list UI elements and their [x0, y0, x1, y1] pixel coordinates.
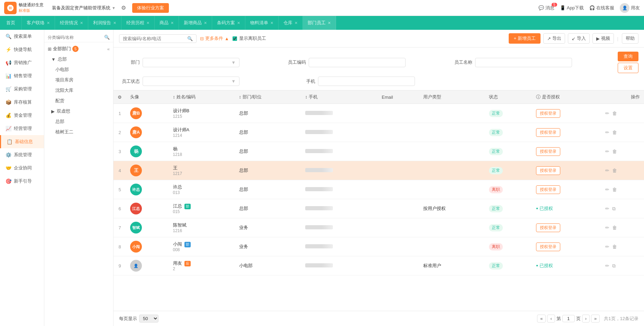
close-icon[interactable]: ✕	[113, 21, 116, 25]
close-icon[interactable]: ✕	[146, 21, 149, 25]
dept-item-general[interactable]: ▼ 总部	[44, 54, 113, 64]
dropdown-arrow[interactable]: ▼	[112, 6, 116, 10]
edit-icon[interactable]: ✏	[605, 187, 609, 192]
edit-icon[interactable]: ✏	[605, 149, 609, 154]
sidebar-item-inventory[interactable]: 📦 库存核算	[0, 96, 44, 109]
edit-icon[interactable]: ✏	[605, 130, 609, 135]
close-icon[interactable]: ✕	[47, 21, 50, 25]
edit-icon[interactable]: ✏	[605, 168, 609, 173]
edit-icon[interactable]: ✏	[605, 244, 609, 249]
close-icon[interactable]: ✕	[328, 21, 331, 25]
auth-button[interactable]: 授权登录	[536, 128, 560, 137]
search-input[interactable]	[123, 36, 185, 41]
more-conditions-button[interactable]: ⊟ 更多条件 ▲	[200, 35, 229, 42]
close-icon[interactable]: ✕	[171, 21, 174, 25]
dept-item-shenyang[interactable]: 沈阳大库	[44, 85, 113, 96]
auth-button[interactable]: 授权登录	[536, 147, 560, 156]
dept-search-input[interactable]	[48, 35, 104, 40]
sidebar-item-guide[interactable]: 🎯 新手引导	[0, 175, 44, 188]
close-icon[interactable]: ✕	[237, 21, 240, 25]
settings-icon[interactable]: ⚙	[121, 5, 126, 11]
tab-bom[interactable]: 物料清单✕	[245, 16, 279, 30]
dept-item-project[interactable]: 项目库房	[44, 75, 113, 85]
export-button[interactable]: ↗ 导出	[543, 33, 565, 44]
tab-customer[interactable]: 客户联络✕	[22, 16, 55, 30]
close-icon[interactable]: ✕	[270, 21, 273, 25]
sidebar-item-system[interactable]: ⚙️ 系统管理	[0, 148, 44, 161]
tab-profit[interactable]: 利润报告✕	[88, 16, 121, 30]
prev-page-button[interactable]: ‹	[547, 315, 555, 323]
edit-icon[interactable]: ✏	[605, 111, 609, 116]
dept-item-general2[interactable]: 总部	[44, 116, 113, 127]
edit-icon[interactable]: ✏	[605, 206, 609, 211]
page-size-select[interactable]: 20 50 100	[139, 315, 158, 323]
auth-button[interactable]: 授权登录	[536, 223, 560, 232]
dept-item-zhishu[interactable]: 植树王二	[44, 127, 113, 137]
tab-goods[interactable]: 商品✕	[155, 16, 179, 30]
tab-history[interactable]: 经营历程✕	[121, 16, 155, 30]
next-page-button[interactable]: ›	[582, 315, 590, 323]
import-button[interactable]: ↙ 导入	[568, 33, 590, 44]
set-button[interactable]: 设置	[618, 63, 638, 73]
sidebar-item-search[interactable]: 🔍 搜索菜单	[0, 30, 44, 43]
help-button[interactable]: 帮助	[622, 33, 638, 44]
col-settings-header[interactable]: ⚙	[114, 90, 126, 104]
first-page-button[interactable]: «	[537, 315, 546, 323]
copy-icon[interactable]: ⧉	[612, 206, 616, 212]
col-dept[interactable]: ↕ 部门/职位	[235, 90, 301, 104]
dept-collapse-icon[interactable]: «	[107, 46, 110, 52]
emp-status-select[interactable]: ▼	[143, 77, 239, 86]
sidebar-item-purchase[interactable]: 🛒 采购管理	[0, 82, 44, 96]
tab-warehouse[interactable]: 仓库✕	[279, 16, 303, 30]
delete-icon[interactable]: 🗑	[612, 225, 617, 230]
sidebar-item-sales[interactable]: 📊 销售管理	[0, 69, 44, 82]
delete-icon[interactable]: 🗑	[612, 244, 617, 249]
dept-item-xiaodian[interactable]: 小电部	[44, 64, 113, 75]
trial-button[interactable]: 体验行业方案	[132, 3, 169, 13]
sidebar-item-finance[interactable]: 💰 资金管理	[0, 109, 44, 122]
close-icon[interactable]: ✕	[204, 21, 207, 25]
phone-input[interactable]	[318, 77, 415, 86]
page-input[interactable]	[562, 315, 575, 322]
dept-item-shuangxu[interactable]: ▶ 双虚想	[44, 106, 113, 116]
dept-item-distribution[interactable]: 配货	[44, 96, 113, 106]
auth-button[interactable]: 授权登录	[536, 185, 560, 194]
video-button[interactable]: ▶ 视频	[592, 33, 614, 44]
tab-barcode[interactable]: 条码方案✕	[212, 16, 245, 30]
delete-icon[interactable]: 🗑	[612, 111, 617, 116]
tab-operation[interactable]: 经营情况✕	[55, 16, 88, 30]
sidebar-item-operation[interactable]: 📈 经营管理	[0, 122, 44, 135]
emp-name-input[interactable]	[475, 58, 572, 67]
sidebar-item-marketing[interactable]: 📢 营销推广	[0, 56, 44, 69]
delete-icon[interactable]: 🗑	[612, 187, 617, 192]
edit-icon[interactable]: ✏	[605, 225, 609, 230]
user-menu[interactable]: 👤 用友	[620, 3, 640, 13]
message-button[interactable]: 💬 消息 5	[538, 5, 554, 11]
dept-select[interactable]: ▼	[143, 58, 239, 67]
auth-button[interactable]: 授权登录	[536, 109, 560, 118]
delete-icon[interactable]: 🗑	[612, 130, 617, 135]
col-name[interactable]: ↕ 姓名/编码	[169, 90, 235, 104]
delete-icon[interactable]: 🗑	[612, 149, 617, 154]
close-icon[interactable]: ✕	[294, 21, 298, 25]
col-phone[interactable]: ↕ 手机	[301, 90, 378, 104]
tab-new-goods[interactable]: 新增商品✕	[179, 16, 212, 30]
query-button[interactable]: 查询	[618, 52, 638, 61]
last-page-button[interactable]: »	[591, 315, 600, 323]
tab-home[interactable]: 首页	[0, 16, 22, 30]
edit-icon[interactable]: ✏	[605, 263, 609, 268]
sidebar-item-nav[interactable]: ⚡ 快捷导航	[0, 43, 44, 56]
close-icon[interactable]: ✕	[80, 21, 83, 25]
auth-button[interactable]: 授权登录	[536, 166, 560, 175]
emp-code-input[interactable]	[309, 58, 406, 67]
delete-icon[interactable]: 🗑	[612, 168, 617, 173]
support-button[interactable]: 🎧 在线客服	[589, 5, 614, 11]
copy-icon[interactable]: ⧉	[612, 263, 616, 269]
resigned-checkbox-input[interactable]	[233, 36, 237, 41]
sidebar-item-basic[interactable]: 📋 基础信息	[0, 135, 44, 148]
dept-root-label[interactable]: 全部部门	[53, 46, 71, 52]
app-download-button[interactable]: 📱 App下载	[560, 5, 584, 11]
auth-button[interactable]: 授权登录	[536, 243, 560, 251]
sidebar-item-collab[interactable]: 🤝 企业协同	[0, 161, 44, 175]
tab-dept-staff[interactable]: 部门员工✕	[303, 16, 336, 30]
